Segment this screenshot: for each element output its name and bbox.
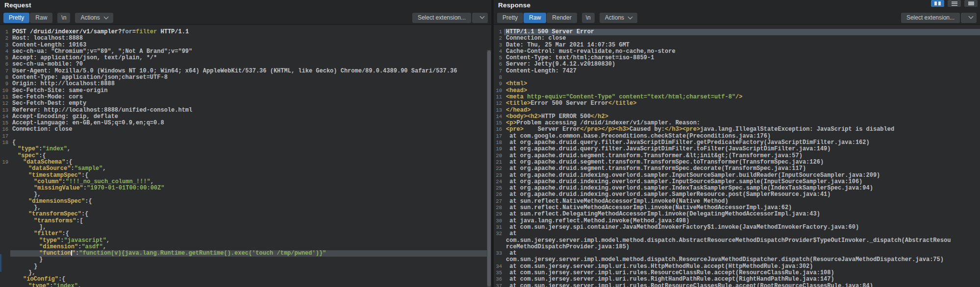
code-line[interactable]: "missingValue":"1970-01-01T00:00:00Z" xyxy=(0,185,491,191)
code-line[interactable]: } xyxy=(0,263,491,270)
code-line[interactable]: 26 at org.apache.druid.indexing.overlord… xyxy=(494,191,980,198)
code-line[interactable]: 17 at com.google.common.base.Preconditio… xyxy=(494,133,980,140)
code-line[interactable]: 4sec-ch-ua: "Chromium";v="89", ";Not A B… xyxy=(0,48,491,55)
code-line[interactable]: "column":"!!!_no_such_column_!!!", xyxy=(0,179,491,185)
code-line[interactable]: rceMethodDispatchProvider.java:185) xyxy=(494,244,980,250)
code-line[interactable]: 18{ xyxy=(0,140,491,146)
rows-layout-icon[interactable] xyxy=(948,0,961,7)
code-line[interactable]: 8Content-Type: application/json;charset=… xyxy=(0,74,491,81)
code-line[interactable]: 4Cache-Control: must-revalidate,no-cache… xyxy=(494,48,980,55)
code-line[interactable]: "transforms":[ xyxy=(0,218,491,224)
code-line[interactable]: 19 at org.apache.druid.query.filter.Java… xyxy=(494,146,980,152)
tab-render[interactable]: Render xyxy=(547,13,577,23)
code-line[interactable]: 30 at java.lang.reflect.Method.invoke(Me… xyxy=(494,218,980,224)
select-extension-button[interactable]: Select extension... xyxy=(412,13,471,23)
tab-raw[interactable]: Raw xyxy=(30,13,52,23)
code-line[interactable]: "type":"index", xyxy=(0,146,491,152)
code-line[interactable]: "filter":{ xyxy=(0,231,491,237)
single-layout-icon[interactable] xyxy=(964,0,978,7)
code-line[interactable]: 16<pre> Server Error</pre></p><h3>Caused… xyxy=(494,126,980,133)
code-line[interactable]: 25 at org.apache.druid.indexing.overlord… xyxy=(494,185,980,191)
code-line[interactable]: 24 at org.apache.druid.indexing.overlord… xyxy=(494,179,980,185)
code-line[interactable]: 14Accept-Encoding: gzip, deflate xyxy=(0,114,491,120)
code-line[interactable]: "dimensionsSpec":{ xyxy=(0,198,491,205)
columns-layout-icon[interactable] xyxy=(931,0,944,7)
request-scrollbar-thumb[interactable] xyxy=(487,50,491,287)
code-line[interactable]: 6Server: Jetty(9.4.12.v20180830) xyxy=(494,61,980,68)
code-line[interactable]: }, xyxy=(0,270,491,276)
code-line[interactable]: 27 at sun.reflect.NativeMethodAccessorIm… xyxy=(494,198,980,205)
code-line[interactable]: ], xyxy=(0,224,491,231)
code-line[interactable]: 2Host: localhost:8888 xyxy=(0,35,491,42)
code-line[interactable]: 11Sec-Fetch-Mode: cors xyxy=(0,94,491,100)
code-line[interactable]: 7Content-Length: 7427 xyxy=(494,68,980,74)
code-line[interactable]: 19"dataSchema":{ xyxy=(0,159,491,166)
code-line[interactable]: 12Sec-Fetch-Dest: empty xyxy=(0,100,491,107)
code-line[interactable]: 2Connection: close xyxy=(494,35,980,42)
tab-pretty[interactable]: Pretty xyxy=(497,13,523,23)
code-line[interactable]: 21 at org.apache.druid.segment.transform… xyxy=(494,159,980,166)
code-line[interactable]: 28 at sun.reflect.NativeMethodAccessorIm… xyxy=(494,205,980,211)
code-line[interactable]: 8 xyxy=(494,74,980,81)
request-scrollbar[interactable] xyxy=(487,50,491,287)
code-line[interactable]: 13</head> xyxy=(494,107,980,114)
code-line[interactable]: 37 at com.sun.jersey.server.impl.uri.rul… xyxy=(494,283,980,287)
code-line[interactable]: "ioConfig":{ xyxy=(0,276,491,283)
code-line[interactable]: 3Content-Length: 10163 xyxy=(0,42,491,48)
code-line[interactable]: 17 xyxy=(0,133,491,140)
code-line[interactable]: "type":"index", xyxy=(0,283,491,287)
actions-button[interactable]: Actions xyxy=(75,13,113,23)
code-line[interactable]: 31 at com.sun.jersey.spi.container.JavaM… xyxy=(494,224,980,231)
code-line[interactable]: 12<title>Error 500 Server Error</title> xyxy=(494,100,980,107)
code-line[interactable]: 35 at com.sun.jersey.server.impl.uri.rul… xyxy=(494,270,980,276)
response-editor[interactable]: 1HTTP/1.1 500 Server Error2Connection: c… xyxy=(494,24,980,287)
select-extension-button[interactable]: Select extension... xyxy=(901,13,960,23)
code-line[interactable]: 34 at com.sun.jersey.server.impl.uri.rul… xyxy=(494,263,980,270)
code-line[interactable]: "transformSpec":{ xyxy=(0,211,491,217)
actions-button[interactable]: Actions xyxy=(600,13,637,23)
code-line[interactable]: 6sec-ch-ua-mobile: ?0 xyxy=(0,61,491,68)
code-line[interactable]: 1HTTP/1.1 500 Server Error xyxy=(494,29,980,35)
code-line[interactable]: 36 at com.sun.jersey.server.impl.uri.rul… xyxy=(494,276,980,283)
code-line[interactable]: com.sun.jersey.server.impl.model.method.… xyxy=(494,257,980,263)
code-line[interactable]: 3Date: Thu, 25 Mar 2021 14:07:35 GMT xyxy=(494,42,980,48)
code-line[interactable]: 11<meta http-equiv="Content-Type" conten… xyxy=(494,94,980,100)
newline-toggle-button[interactable]: \n xyxy=(582,13,595,23)
code-line[interactable]: 5Accept: application/json, text/plain, *… xyxy=(0,55,491,61)
code-line[interactable]: 18 at org.apache.druid.query.filter.Java… xyxy=(494,140,980,146)
select-extension-chevron-button[interactable] xyxy=(961,13,977,23)
code-line[interactable]: "timestampSpec":{ xyxy=(0,172,491,179)
code-line[interactable]: }, xyxy=(0,205,491,211)
code-line[interactable]: } xyxy=(0,257,491,263)
code-line[interactable]: 14<body><h2>HTTP ERROR 500</h2> xyxy=(494,114,980,120)
code-line[interactable]: "function":"function(v){java.lang.Runtim… xyxy=(0,250,491,257)
code-line[interactable]: "dimension":"asdf", xyxy=(0,244,491,250)
code-line[interactable]: 15<p>Problem accessing /druid/indexer/v1… xyxy=(494,120,980,126)
code-line[interactable]: 16Connection: close xyxy=(0,126,491,133)
code-line[interactable]: 20 at org.apache.druid.segment.transform… xyxy=(494,153,980,159)
code-line[interactable]: "type":"javascript", xyxy=(0,238,491,244)
code-line[interactable]: 33 at xyxy=(494,250,980,257)
code-line[interactable]: 23 at org.apache.druid.indexing.overlord… xyxy=(494,172,980,179)
code-line[interactable]: 7User-Agent: Mozilla/5.0 (Windows NT 10.… xyxy=(0,68,491,74)
code-line[interactable]: 10Sec-Fetch-Site: same-origin xyxy=(0,88,491,94)
code-line[interactable]: 10<head> xyxy=(494,88,980,94)
code-line[interactable]: 5Content-Type: text/html;charset=iso-885… xyxy=(494,55,980,61)
code-line[interactable]: "spec":{ xyxy=(0,153,491,159)
code-line[interactable]: 13Referer: http://localhost:8888/unified… xyxy=(0,107,491,114)
tab-pretty[interactable]: Pretty xyxy=(3,13,29,23)
tab-raw[interactable]: Raw xyxy=(524,13,546,23)
code-line[interactable]: }, xyxy=(0,191,491,198)
code-line[interactable]: 9<html> xyxy=(494,81,980,87)
newline-toggle-button[interactable]: \n xyxy=(57,13,70,23)
code-line[interactable]: 32 at xyxy=(494,231,980,237)
request-editor[interactable]: 1POST /druid/indexer/v1/sampler?for=filt… xyxy=(0,24,491,287)
code-line[interactable]: 15Accept-Language: en-GB,en-US;q=0.9,en;… xyxy=(0,120,491,126)
code-line[interactable]: 9Origin: http://localhost:8888 xyxy=(0,81,491,87)
select-extension-chevron-button[interactable] xyxy=(472,13,488,23)
code-line[interactable]: 1POST /druid/indexer/v1/sampler?for=filt… xyxy=(0,29,491,35)
code-line[interactable]: "dataSource":"sample", xyxy=(0,166,491,172)
code-line[interactable]: com.sun.jersey.server.impl.model.method.… xyxy=(494,238,980,244)
code-line[interactable]: 22 at org.apache.druid.segment.transform… xyxy=(494,166,980,172)
code-line[interactable]: 29 at sun.reflect.DelegatingMethodAccess… xyxy=(494,211,980,217)
